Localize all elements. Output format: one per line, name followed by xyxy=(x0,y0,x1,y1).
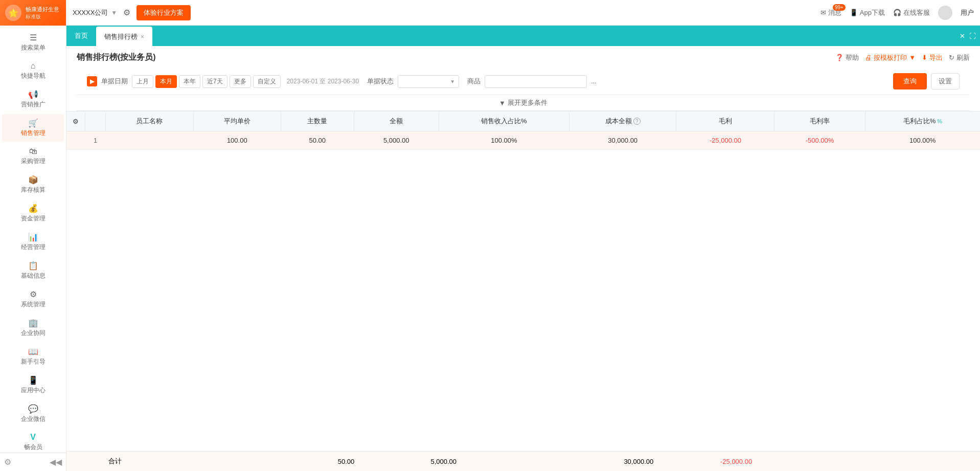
refresh-icon: ↻ xyxy=(949,54,954,61)
date-cur-month-btn[interactable]: 本月 xyxy=(155,75,177,88)
sidebar-item-purchase[interactable]: 🛍 采购管理 xyxy=(2,143,64,170)
filter-bar: ▶ 单据日期 上月 本月 本年 近7天 更多 自定义 2023-06-01 至 … xyxy=(77,68,970,95)
export-icon: ⬇ xyxy=(922,54,927,61)
footer-avg-price xyxy=(200,456,298,466)
row-avg-price: 100.00 xyxy=(193,131,281,150)
row-settings xyxy=(66,131,85,150)
topbar-settings-icon[interactable]: ⚙ xyxy=(123,8,130,17)
sidebar-item-sales[interactable]: 🛒 销售管理 xyxy=(2,114,64,142)
tabbar-actions: ✕ ⛶ xyxy=(960,32,980,40)
profit-pct-icon: % xyxy=(937,118,942,124)
apps-icon: 📱 xyxy=(28,375,38,385)
th-rank xyxy=(85,111,106,131)
app-download-button[interactable]: 📱 App下载 xyxy=(850,8,885,17)
company-selector[interactable]: XXXXX公司 ▼ xyxy=(73,8,117,17)
sidebar-settings-icon[interactable]: ⚙ xyxy=(4,457,11,467)
goods-label: 商品 xyxy=(467,77,481,86)
row-profit: -25,000.00 xyxy=(676,131,774,150)
company-chevron-icon: ▼ xyxy=(111,9,117,16)
topbar: XXXXX公司 ▼ ⚙ 体验行业方案 ✉ 消息 99+ 📱 App下载 🎧 在线… xyxy=(66,0,980,26)
row-sales-pct: 100.00% xyxy=(439,131,569,150)
online-service-button[interactable]: 🎧 在线客服 xyxy=(893,8,930,17)
help-button[interactable]: ❓ 帮助 xyxy=(835,53,859,62)
date-7days-btn[interactable]: 近7天 xyxy=(202,75,227,88)
user-avatar[interactable] xyxy=(938,6,952,20)
cost-info-icon[interactable]: ? xyxy=(633,118,641,125)
content: 销售排行榜(按业务员) ❓ 帮助 🖨 按模板打印 ▼ ⬇ 导出 xyxy=(66,46,980,471)
sidebar-item-search[interactable]: ☰ 搜索菜单 xyxy=(2,29,64,56)
filter-settings-button[interactable]: 设置 xyxy=(931,73,960,89)
guide-icon: 📖 xyxy=(28,347,38,356)
sidebar-item-system[interactable]: ⚙ 系统管理 xyxy=(2,285,64,313)
page-header: 销售排行榜(按业务员) ❓ 帮助 🖨 按模板打印 ▼ ⬇ 导出 xyxy=(66,46,980,111)
th-amount: 全额 xyxy=(354,111,439,131)
tab-maximize-icon[interactable]: ⛶ xyxy=(969,32,976,40)
sidebar-item-member[interactable]: V 畅会员 xyxy=(2,429,64,453)
sidebar-item-operations[interactable]: 📊 经营管理 xyxy=(2,228,64,256)
goods-filter-group: 商品 ... xyxy=(467,75,596,88)
trial-button[interactable]: 体验行业方案 xyxy=(136,5,191,20)
footer-amount: 5,000.00 xyxy=(395,453,492,470)
date-year-btn[interactable]: 本年 xyxy=(179,75,200,88)
sidebar-bottom: ⚙ ◀◀ xyxy=(0,453,66,471)
tab-home[interactable]: 首页 xyxy=(66,26,96,46)
sidebar-item-wechat[interactable]: 💬 企业微信 xyxy=(2,400,64,428)
sidebar-item-marketing[interactable]: 📢 营销推广 xyxy=(2,85,64,113)
sales-icon: 🛒 xyxy=(28,118,38,128)
table-header-row: ⚙ 员工名称 平均单价 主数量 全额 xyxy=(66,111,980,131)
system-icon: ⚙ xyxy=(30,289,37,299)
logo-icon: 🌟 xyxy=(5,5,21,21)
date-more-btn[interactable]: 更多 xyxy=(230,75,251,88)
th-cost: 成本全额 ? xyxy=(569,111,676,131)
goods-more-btn[interactable]: ... xyxy=(591,78,596,85)
date-label: 单据日期 xyxy=(101,77,128,86)
sidebar-nav: ☰ 搜索菜单 ⌂ 快捷导航 📢 营销推广 🛒 销售管理 🛍 采购管理 📦 库存核… xyxy=(0,26,66,453)
message-badge: 99+ xyxy=(833,4,846,11)
phone-icon: 📱 xyxy=(850,9,858,16)
date-range-buttons: 上月 本月 本年 近7天 更多 自定义 xyxy=(132,75,281,88)
date-custom-btn[interactable]: 自定义 xyxy=(253,75,281,88)
data-table: ⚙ 员工名称 平均单价 主数量 全额 xyxy=(66,111,980,150)
refresh-button[interactable]: ↻ 刷新 xyxy=(949,53,970,62)
row-name xyxy=(106,131,194,150)
date-filter-group: ▶ 单据日期 上月 本月 本年 近7天 更多 自定义 2023-06-01 至 … xyxy=(87,75,359,88)
basic-icon: 📋 xyxy=(28,261,38,271)
footer-label: 合计 xyxy=(102,452,200,471)
sidebar-item-finance[interactable]: 💰 资金管理 xyxy=(2,199,64,227)
sidebar: 🌟 畅康通好生意 标准版 ☰ 搜索菜单 ⌂ 快捷导航 📢 营销推广 🛒 销售管理… xyxy=(0,0,66,471)
sidebar-item-basic[interactable]: 📋 基础信息 xyxy=(2,257,64,284)
column-settings-icon[interactable]: ⚙ xyxy=(73,118,79,125)
date-range-text: 2023-06-01 至 2023-06-30 xyxy=(287,77,359,86)
query-button[interactable]: 查询 xyxy=(893,73,927,89)
export-button[interactable]: ⬇ 导出 xyxy=(922,53,943,62)
tab-sales-rank[interactable]: 销售排行榜 × xyxy=(96,27,152,47)
tab-close-window-icon[interactable]: ✕ xyxy=(960,32,965,40)
goods-input[interactable] xyxy=(485,75,587,88)
sidebar-item-enterprise[interactable]: 🏢 企业协同 xyxy=(2,314,64,342)
help-icon: ❓ xyxy=(835,54,844,61)
user-name: 用户 xyxy=(961,8,974,17)
message-button[interactable]: ✉ 消息 99+ xyxy=(821,8,841,17)
logo: 🌟 畅康通好生意 标准版 xyxy=(0,0,66,26)
sidebar-item-apps[interactable]: 📱 应用中心 xyxy=(2,371,64,399)
filter-collapse-btn[interactable]: ▶ xyxy=(87,76,97,86)
footer-row: 合计 50.00 5,000.00 30,000.00 -25,000.00 xyxy=(66,452,980,471)
date-prev-month-btn[interactable]: 上月 xyxy=(132,75,153,88)
row-qty: 50.00 xyxy=(281,131,354,150)
print-button[interactable]: 🖨 按模板打印 ▼ xyxy=(865,53,916,62)
operations-icon: 📊 xyxy=(28,232,38,242)
tab-close-icon[interactable]: × xyxy=(141,33,144,40)
sidebar-item-inventory[interactable]: 📦 库存核算 xyxy=(2,171,64,198)
status-select[interactable] xyxy=(398,75,459,88)
th-margin: 毛利率 xyxy=(774,111,865,131)
expand-more-button[interactable]: ▼ 展开更多条件 xyxy=(499,98,548,107)
sidebar-collapse-icon[interactable]: ◀◀ xyxy=(50,457,62,467)
sidebar-item-quick-nav[interactable]: ⌂ 快捷导航 xyxy=(2,57,64,84)
status-label: 单据状态 xyxy=(367,77,394,86)
company-name: XXXXX公司 xyxy=(73,8,108,17)
row-cost: 30,000.00 xyxy=(569,131,676,150)
th-qty: 主数量 xyxy=(281,111,354,131)
table-footer: 合计 50.00 5,000.00 30,000.00 -25,000.00 xyxy=(66,451,980,471)
sidebar-item-guide[interactable]: 📖 新手引导 xyxy=(2,343,64,370)
main: XXXXX公司 ▼ ⚙ 体验行业方案 ✉ 消息 99+ 📱 App下载 🎧 在线… xyxy=(66,0,980,471)
